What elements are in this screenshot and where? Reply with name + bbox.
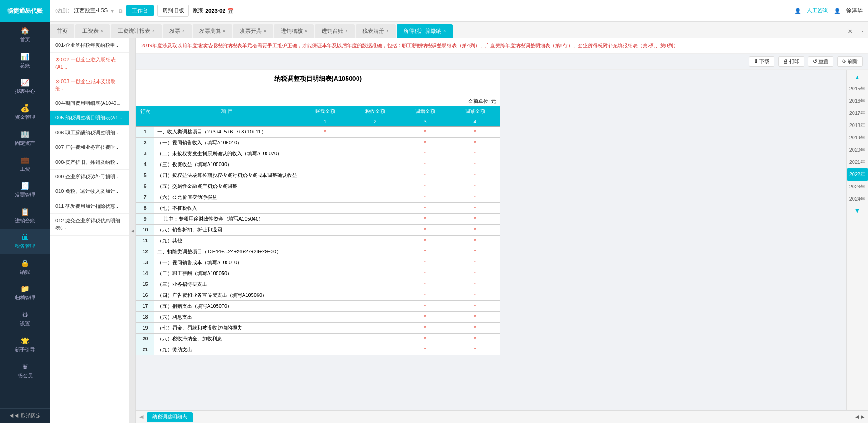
row-c4[interactable]: * <box>450 137 500 148</box>
calendar-icon[interactable]: 📅 <box>227 8 234 14</box>
row-c1[interactable] <box>300 300 350 311</box>
row-c4[interactable]: * <box>450 202 500 213</box>
row-c4[interactable]: * <box>450 159 500 170</box>
row-c3[interactable]: * <box>400 224 450 235</box>
left-panel-item-001[interactable]: 001-企业所得税年度纳税申... <box>50 38 129 53</box>
row-c1[interactable] <box>300 279 350 290</box>
row-c2[interactable] <box>350 268 400 279</box>
sidebar-item-salary[interactable]: 💼 工资 <box>0 151 50 177</box>
row-c1[interactable] <box>300 235 350 246</box>
year-item-2020[interactable]: 2020年 <box>847 144 868 156</box>
tab-invoice-close[interactable]: × <box>182 29 185 34</box>
row-c2[interactable] <box>350 159 400 170</box>
row-c1[interactable] <box>300 137 350 148</box>
left-panel-item-003[interactable]: 003-一般企业成本支出明细... <box>50 74 129 96</box>
row-c3[interactable]: * <box>400 213 450 224</box>
close-all-tabs[interactable]: ✕ <box>844 25 857 38</box>
row-c1[interactable] <box>300 290 350 300</box>
row-c2[interactable] <box>350 290 400 300</box>
left-panel-item-008[interactable]: 008-资产折旧、摊销及纳税... <box>50 155 129 170</box>
sidebar-item-vip[interactable]: ♛ 畅会员 <box>0 358 50 384</box>
year-item-2019[interactable]: 2019年 <box>847 132 868 144</box>
row-c2[interactable] <box>350 181 400 192</box>
row-c2[interactable] <box>350 202 400 213</box>
row-c4[interactable]: * <box>450 344 500 355</box>
row-c4[interactable]: * <box>450 257 500 268</box>
sidebar-item-archive[interactable]: 📁 归档管理 <box>0 280 50 306</box>
tab-salary-report[interactable]: 工资统计报表 × <box>111 24 162 38</box>
sidebar-item-assets[interactable]: 🏢 固定资产 <box>0 125 50 151</box>
left-panel-item-009[interactable]: 009-企业所得税弥补亏损明... <box>50 170 129 184</box>
left-panel-item-004[interactable]: 004-期间费用明细表(A1040... <box>50 96 129 111</box>
row-c4[interactable]: * <box>450 181 500 192</box>
row-c2[interactable] <box>350 322 400 333</box>
row-c2[interactable] <box>350 224 400 235</box>
row-c3[interactable]: * <box>400 202 450 213</box>
row-c4[interactable]: * <box>450 333 500 344</box>
left-panel-item-005[interactable]: 005-纳税调整项目明细表(A1... <box>50 111 129 125</box>
row-c4[interactable]: * <box>450 170 500 181</box>
year-item-2023[interactable]: 2023年 <box>847 181 868 193</box>
tab-tax-clear-close[interactable]: × <box>386 29 389 34</box>
year-item-2016[interactable]: 2016年 <box>847 95 868 107</box>
row-c4[interactable]: * <box>450 279 500 290</box>
row-c3[interactable]: * <box>400 137 450 148</box>
row-c1[interactable] <box>300 322 350 333</box>
scroll-left-icon[interactable]: ◀ <box>855 414 859 420</box>
row-c4[interactable]: * <box>450 235 500 246</box>
tab-purchase-check-close[interactable]: × <box>304 29 307 34</box>
scroll-right-icon[interactable]: ▶ <box>861 414 864 420</box>
row-c1[interactable] <box>300 344 350 355</box>
row-c4[interactable]: * <box>450 246 500 257</box>
row-c1[interactable] <box>300 148 350 159</box>
row-c4[interactable]: * <box>450 224 500 235</box>
row-c1[interactable] <box>300 181 350 192</box>
row-c2[interactable] <box>350 311 400 322</box>
sidebar-item-tax[interactable]: 🏛 税务管理 <box>0 229 50 254</box>
year-item-2015[interactable]: 2015年 <box>847 83 868 95</box>
row-c3[interactable]: * <box>400 290 450 300</box>
left-panel-item-011[interactable]: 011-研发费用加计扣除优惠... <box>50 199 129 214</box>
row-c2[interactable] <box>350 213 400 224</box>
year-item-2022[interactable]: 2022年 <box>847 168 868 181</box>
refresh-button[interactable]: ⟳ 刷新 <box>837 56 863 67</box>
sidebar-item-invoice[interactable]: 🧾 发票管理 <box>0 177 50 203</box>
year-nav-up[interactable]: ▲ <box>853 72 863 83</box>
username[interactable]: 徐泽华 <box>846 7 863 15</box>
tab-invoice-calc[interactable]: 发票测算 × <box>193 24 233 38</box>
bottom-tab[interactable]: 纳税调整明细表 <box>147 412 193 422</box>
old-version-button[interactable]: 切到旧版 <box>157 5 189 17</box>
tab-salary-close[interactable]: × <box>100 29 103 34</box>
row-c3[interactable]: * <box>400 246 450 257</box>
row-c2[interactable] <box>350 137 400 148</box>
year-item-2021[interactable]: 2021年 <box>847 156 868 168</box>
row-c2[interactable] <box>350 192 400 202</box>
row-c3[interactable]: * <box>400 192 450 202</box>
row-c4[interactable]: * <box>450 192 500 202</box>
tab-purchase-ledger[interactable]: 进销台账 × <box>315 24 355 38</box>
row-c3[interactable]: * <box>400 300 450 311</box>
table-wrapper[interactable]: 纳税调整项目明细表(A105000) 全额单位: 元 <box>136 70 846 411</box>
row-c1[interactable] <box>300 192 350 202</box>
sidebar-item-purchase[interactable]: 📋 进销台账 <box>0 203 50 229</box>
row-c4[interactable]: * <box>450 213 500 224</box>
sidebar-item-reports[interactable]: 📈 报表中心 <box>0 74 50 99</box>
row-c3[interactable]: * <box>400 344 450 355</box>
year-nav-down[interactable]: ▼ <box>853 205 863 216</box>
left-panel-item-002[interactable]: 002-一般企业收入明细表(A1... <box>50 53 129 74</box>
sidebar-item-home[interactable]: 🏠 首页 <box>0 22 50 48</box>
row-c3[interactable]: * <box>400 126 450 137</box>
row-c1[interactable] <box>300 202 350 213</box>
tab-purchase-ledger-close[interactable]: × <box>345 29 348 34</box>
left-panel-item-010[interactable]: 010-免税、减计收入及加计... <box>50 184 129 199</box>
row-c3[interactable]: * <box>400 257 450 268</box>
row-c2[interactable] <box>350 300 400 311</box>
row-c1[interactable] <box>300 224 350 235</box>
row-c4[interactable]: * <box>450 322 500 333</box>
copy-icon[interactable]: ⧉ <box>119 8 123 14</box>
row-c3[interactable]: * <box>400 181 450 192</box>
left-panel-item-007[interactable]: 007-广告费和业务宣传费时... <box>50 140 129 155</box>
row-c3[interactable]: * <box>400 333 450 344</box>
row-c1[interactable] <box>300 246 350 257</box>
row-c1[interactable]: * <box>300 126 350 137</box>
